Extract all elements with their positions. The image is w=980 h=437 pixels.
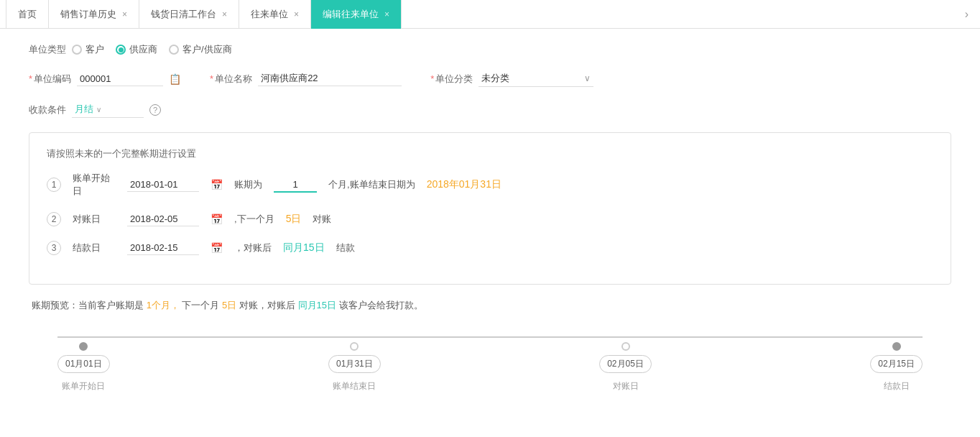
tab-edit-partner-close[interactable]: × [384,9,389,19]
tab-sales-history-close[interactable]: × [122,9,127,19]
start-date-input[interactable] [127,178,199,192]
timeline-point-3: 02月05日 对账日 [599,329,652,392]
payment-terms-help-icon[interactable]: ? [149,104,161,116]
unit-code-field: *单位编码 📋 [29,72,181,86]
payment-date-calendar-icon[interactable]: 📅 [211,242,223,254]
tab-bar: 首页 销售订单历史 × 钱货日清工作台 × 往来单位 × 编辑往来单位 × › [0,0,980,29]
timeline-label-2: 账单结束日 [333,380,376,392]
tab-partners-close[interactable]: × [294,9,299,19]
reconcile-suffix: 对账 [313,213,331,226]
period-row-3: 3 结款日 📅 ，对账后 同月15日 结款 [47,241,933,255]
unit-code-calendar-icon[interactable]: 📋 [169,73,181,85]
radio-supplier-label: 供应商 [129,43,157,56]
unit-category-dropdown[interactable]: 未分类 ∨ [479,70,593,87]
preview-highlight-3: 同月15日 [298,300,336,310]
unit-name-label: *单位名称 [210,73,252,86]
tab-edit-partner[interactable]: 编辑往来单位 × [311,0,402,29]
period-num-3: 3 [47,241,61,255]
payment-terms-arrow: ∨ [96,106,101,114]
timeline-label-3: 对账日 [613,380,639,392]
period-row-1: 1 账单开始日 📅 账期为 个月,账单结束日期为 2018年01月31日 [47,172,933,198]
start-date-suffix-after: 个月,账单结束日期为 [328,178,415,191]
timeline-point-1: 01月01日 账单开始日 [57,329,110,392]
timeline: 01月01日 账单开始日 01月31日 账单结束日 02月05日 对账日 [29,329,951,392]
radio-customer-supplier-label: 客户/供应商 [182,43,232,56]
tab-partners[interactable]: 往来单位 × [239,0,311,29]
period-label-reconcile: 对账日 [73,213,116,226]
start-date-calendar-icon[interactable]: 📅 [211,179,223,190]
payment-terms-label: 收款条件 [29,104,66,116]
start-date-suffix-before: 账期为 [234,178,262,191]
main-content: 单位类型 客户 供应商 客户/供应商 *单位编码 [0,29,980,437]
unit-type-label: 单位类型 [29,43,66,56]
radio-supplier[interactable]: 供应商 [116,43,157,56]
period-label-start-date: 账单开始日 [73,172,116,198]
radio-customer-supplier-circle [169,45,179,55]
end-date-highlight: 2018年01月31日 [427,178,501,191]
payment-date-input[interactable] [127,241,199,255]
unit-category-field: *单位分类 未分类 ∨ [430,70,593,87]
unit-type-row: 单位类型 客户 供应商 客户/供应商 [29,43,951,56]
payment-prefix: ，对账后 [234,242,272,254]
preview-mid-1: 下一个月 [182,300,219,310]
payment-terms-field: 收款条件 月结 ∨ ? [29,101,161,118]
preview-highlight-2: 5日 [222,300,236,310]
timeline-badge-4: 02月15日 [870,355,923,373]
payment-terms-value: 月结 [75,103,93,116]
unit-category-arrow: ∨ [584,73,591,83]
reconcile-prefix: ,下一个月 [234,213,274,226]
reconcile-day-highlight: 5日 [286,213,302,226]
preview-prefix: 账期预览：当前客户账期是 [32,300,144,310]
preview-text: 账期预览：当前客户账期是 1个月， 下一个月 5日 对账，对账后 同月15日 该… [29,299,951,312]
tab-sales-history[interactable]: 销售订单历史 × [49,0,139,29]
timeline-label-1: 账单开始日 [62,380,105,392]
unit-name-input[interactable] [258,72,402,86]
tab-expand-button[interactable]: › [959,8,974,21]
timeline-point-4: 02月15日 结款日 [870,329,923,392]
preview-highlight-1: 1个月， [147,300,180,310]
payment-suffix: 结款 [336,242,355,254]
period-label-payment: 结款日 [73,242,116,254]
radio-customer[interactable]: 客户 [72,43,104,56]
unit-info-row: *单位编码 📋 *单位名称 *单位分类 未分类 ∨ [29,70,951,87]
tab-cash-work[interactable]: 钱货日清工作台 × [139,0,239,29]
radio-customer-circle [72,45,82,55]
tab-home[interactable]: 首页 [6,0,49,29]
months-input[interactable] [274,178,317,193]
payment-day-highlight: 同月15日 [283,242,325,254]
payment-terms-row: 收款条件 月结 ∨ ? [29,101,951,118]
unit-category-label: *单位分类 [430,73,473,86]
reconcile-date-input[interactable] [127,212,199,226]
unit-category-value: 未分类 [481,72,509,85]
unit-code-label: *单位编码 [29,73,71,86]
unit-type-field: 单位类型 客户 供应商 客户/供应商 [29,43,232,56]
unit-name-field: *单位名称 [210,72,402,86]
timeline-dot-2 [350,342,359,351]
reconcile-date-calendar-icon[interactable]: 📅 [211,213,223,225]
preview-suffix: 该客户会给我打款。 [339,300,423,310]
timeline-badge-1: 01月01日 [57,355,110,373]
timeline-badge-2: 01月31日 [328,355,381,373]
period-title: 请按照未来的一个完整帐期进行设置 [47,147,933,160]
preview-mid-2: 对账，对账后 [239,300,295,310]
timeline-badge-3: 02月05日 [599,355,652,373]
timeline-points: 01月01日 账单开始日 01月31日 账单结束日 02月05日 对账日 [57,329,923,392]
unit-type-radio-group: 客户 供应商 客户/供应商 [72,43,232,56]
timeline-dot-1 [79,342,88,351]
radio-customer-supplier[interactable]: 客户/供应商 [169,43,232,56]
period-num-1: 1 [47,178,61,192]
tab-cash-work-close[interactable]: × [222,9,227,19]
timeline-label-4: 结款日 [884,380,910,392]
payment-terms-dropdown[interactable]: 月结 ∨ [72,101,144,118]
period-row-2: 2 对账日 📅 ,下一个月 5日 对账 [47,212,933,226]
period-num-2: 2 [47,212,61,226]
timeline-point-2: 01月31日 账单结束日 [328,329,381,392]
unit-code-input[interactable] [77,72,163,86]
timeline-dot-4 [892,342,901,351]
radio-supplier-circle [116,45,126,55]
timeline-dot-3 [621,342,630,351]
period-settings-box: 请按照未来的一个完整帐期进行设置 1 账单开始日 📅 账期为 个月,账单结束日期… [29,132,951,285]
radio-customer-label: 客户 [85,43,104,56]
